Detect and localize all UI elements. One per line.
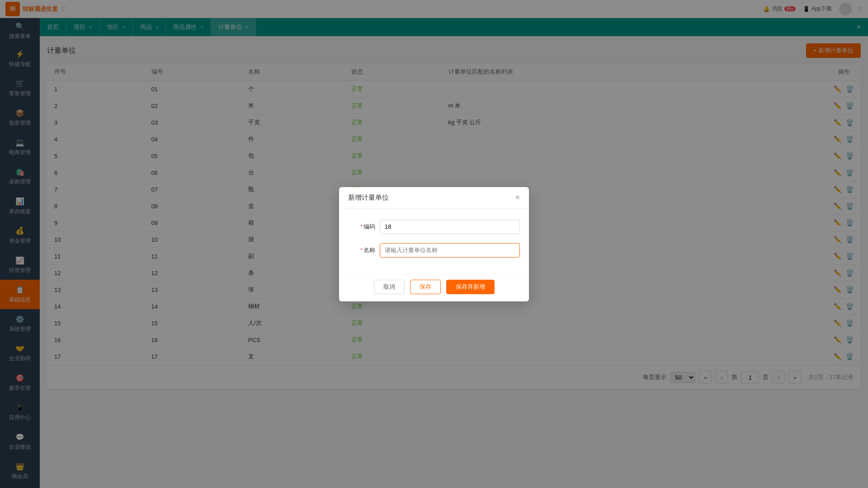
name-input[interactable]	[380, 243, 520, 258]
form-row-name: *名称	[348, 243, 520, 258]
name-required: *	[360, 247, 363, 253]
code-required: *	[360, 223, 363, 230]
save-new-button[interactable]: 保存并新增	[446, 280, 495, 294]
code-label: *编码	[348, 223, 375, 231]
cancel-button[interactable]: 取消	[374, 280, 405, 294]
form-row-code: *编码	[348, 220, 520, 234]
modal-overlay[interactable]: 新增计量单位 × *编码 *名称 取消 保存 保存并新增	[0, 0, 868, 488]
modal-body: *编码 *名称	[339, 209, 529, 274]
save-button[interactable]: 保存	[410, 280, 441, 294]
modal-close-btn[interactable]: ×	[515, 193, 520, 202]
modal-footer: 取消 保存 保存并新增	[339, 274, 529, 301]
add-unit-modal: 新增计量单位 × *编码 *名称 取消 保存 保存并新增	[339, 187, 529, 301]
name-label: *名称	[348, 246, 375, 254]
code-input[interactable]	[380, 220, 520, 234]
modal-header: 新增计量单位 ×	[339, 187, 529, 209]
modal-title: 新增计量单位	[348, 193, 389, 202]
